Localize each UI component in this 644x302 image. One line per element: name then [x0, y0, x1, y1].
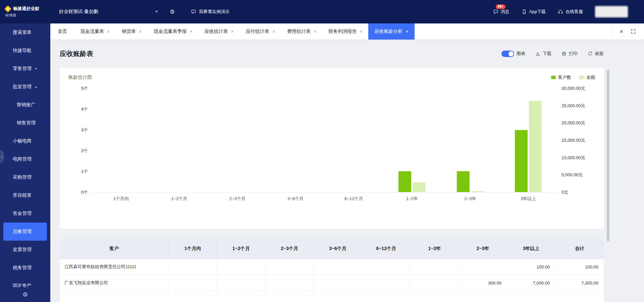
chart-toggle-switch[interactable]	[501, 51, 514, 57]
sidebar-item-label: 税务管理	[13, 265, 32, 271]
cell	[265, 275, 314, 291]
close-all-tabs-icon[interactable]: ×	[615, 28, 627, 35]
sidebar-item-6[interactable]: 小畅电商	[0, 132, 50, 150]
top-bar: 畅捷通好业财 标准版 好业财测试-量勿删 ⚙ 我要看实例演示 99+ 消息 Ap…	[0, 0, 644, 23]
sidebar-collapse-handle[interactable]: ‹	[0, 150, 4, 163]
sidebar-item-9[interactable]: 库存核算	[0, 186, 50, 204]
messages-label: 消息	[501, 9, 509, 15]
sidebar-item-1[interactable]: 快捷导航	[0, 42, 50, 60]
tab-1[interactable]: 现金流量表×	[74, 23, 116, 40]
sidebar-item-3[interactable]: 批发管理▲	[0, 78, 50, 96]
table-row-1[interactable]: 广东飞翔实业有限公司300.007,000.007,300.00	[60, 275, 604, 291]
cell	[217, 275, 265, 291]
chevron-down-icon: ▼	[35, 67, 37, 70]
legend-item-0[interactable]: 客户数	[551, 74, 571, 80]
sidebar-item-label: 零售管理	[13, 66, 32, 72]
tab-close-icon[interactable]: ×	[139, 29, 142, 34]
left-axis-tick: 5个	[81, 85, 88, 92]
topbar-right: 99+ 消息 App下载 在线客服	[493, 6, 644, 17]
cell: 100.00	[507, 259, 555, 275]
tab-8[interactable]: 应收账龄分析×	[368, 23, 414, 40]
messages-button[interactable]: 99+ 消息	[493, 9, 509, 15]
tab-0[interactable]: 首页	[50, 23, 74, 40]
tab-label: 应收账龄分析	[374, 28, 402, 35]
cell	[60, 291, 168, 302]
right-axis-tick: 30,000.00元	[561, 85, 585, 92]
online-support-button[interactable]: 在线客服	[558, 9, 583, 15]
legend-label: 金额	[586, 74, 595, 80]
sidebar-item-2[interactable]: 零售管理▼	[0, 60, 50, 78]
cell	[362, 275, 410, 291]
bar-series0-cat6	[457, 171, 470, 192]
chart-toggle-control[interactable]: 图表	[501, 51, 525, 57]
print-label: 打印	[569, 51, 578, 57]
sidebar-item-14[interactable]: 固定资产	[0, 277, 50, 287]
column-header-9: 合计	[555, 239, 604, 259]
demo-link[interactable]: 我要看实例演示	[191, 9, 229, 15]
cell	[459, 259, 507, 275]
left-axis: 5个4个3个2个1个0个	[68, 88, 92, 192]
tab-close-icon[interactable]: ×	[272, 29, 275, 34]
messages-badge: 99+	[496, 4, 505, 9]
cell: 江西真可爱布娃娃有限责任公司11111	[60, 259, 168, 275]
sidebar-item-8[interactable]: 采购管理	[0, 168, 50, 186]
sidebar-item-7[interactable]: 电商管理	[0, 150, 50, 168]
tab-7[interactable]: 财务利润报告×	[322, 23, 368, 40]
scrollbar-thumb[interactable]	[607, 70, 609, 241]
brand-name: 畅捷通好业财	[13, 6, 39, 12]
bar-series1-cat7	[529, 101, 542, 192]
table-row-2[interactable]	[60, 291, 604, 302]
org-selector[interactable]: 好业财测试-量勿删	[59, 9, 158, 15]
download-button[interactable]: 下载	[535, 51, 551, 57]
x-axis-label-0: 1个月内	[92, 196, 150, 202]
settings-gear-icon[interactable]: ⚙	[170, 8, 175, 15]
sidebar-item-10[interactable]: 资金管理	[0, 204, 50, 223]
user-avatar[interactable]	[595, 6, 628, 17]
refresh-button[interactable]: 刷新	[588, 51, 604, 57]
fullscreen-icon[interactable]	[627, 29, 639, 34]
tab-close-icon[interactable]: ×	[231, 29, 234, 34]
tab-close-icon[interactable]: ×	[406, 29, 408, 34]
print-icon	[561, 51, 567, 56]
sidebar-item-label: 批发管理	[13, 84, 32, 90]
sidebar-item-0[interactable]: 搜索菜单	[0, 23, 50, 42]
chart-legend: 客户数金额	[551, 74, 595, 80]
sidebar-item-label: 资金管理	[13, 210, 32, 217]
app-download-button[interactable]: App下载	[522, 9, 546, 15]
tab-4[interactable]: 应收统计表×	[199, 23, 240, 40]
tab-close-icon[interactable]: ×	[314, 29, 316, 34]
brand-edition: 标准版	[5, 13, 50, 18]
download-icon	[535, 51, 540, 56]
sidebar: 搜索菜单快捷导航零售管理▼批发管理▲营销推广销售管理小畅电商电商管理采购管理库存…	[0, 23, 50, 302]
tab-2[interactable]: 销货单×	[116, 23, 148, 40]
chart-title: 账龄统计图	[68, 74, 92, 80]
print-button[interactable]: 打印	[561, 51, 578, 57]
x-axis-label-1: 1~2个月	[150, 196, 209, 202]
vertical-scrollbar	[607, 42, 609, 301]
tab-close-icon[interactable]: ×	[190, 29, 192, 34]
sidebar-item-4[interactable]: 营销推广	[0, 96, 50, 114]
tab-label: 销货单	[122, 28, 136, 35]
x-axis-label-7: 3年以上	[499, 196, 558, 202]
sidebar-item-12[interactable]: 发票管理	[0, 241, 50, 259]
left-axis-tick: 0个	[81, 189, 88, 195]
sidebar-item-13[interactable]: 税务管理	[0, 259, 50, 277]
right-axis-tick: 0元	[561, 189, 568, 195]
chevron-up-icon: ▲	[35, 85, 37, 88]
right-axis: 30,000.00元25,000.00元20,000.00元15,000.00元…	[557, 88, 595, 192]
x-axis-label-5: 1~2年	[383, 196, 441, 202]
sidebar-gear-icon[interactable]: ⚙	[22, 291, 28, 298]
sidebar-item-5[interactable]: 销售管理	[0, 114, 50, 132]
legend-item-1[interactable]: 金额	[579, 74, 595, 80]
page-header: 应收账龄表 图表 下载 打印 刷新	[50, 40, 644, 68]
sidebar-item-11[interactable]: 总账管理	[3, 223, 47, 241]
tab-5[interactable]: 应付统计表×	[240, 23, 281, 40]
tab-close-icon[interactable]: ×	[360, 29, 362, 34]
tab-close-icon[interactable]: ×	[107, 29, 110, 34]
app-download-label: App下载	[529, 9, 546, 15]
sidebar-item-label: 固定资产	[13, 283, 32, 287]
table-row-0[interactable]: 江西真可爱布娃娃有限责任公司11111100.00100.00	[60, 259, 604, 275]
tab-3[interactable]: 现金流量表季报×	[148, 23, 198, 40]
tab-6[interactable]: 费用统计表×	[281, 23, 322, 40]
tab-bar: 首页现金流量表×销货单×现金流量表季报×应收统计表×应付统计表×费用统计表×财务…	[50, 23, 644, 40]
